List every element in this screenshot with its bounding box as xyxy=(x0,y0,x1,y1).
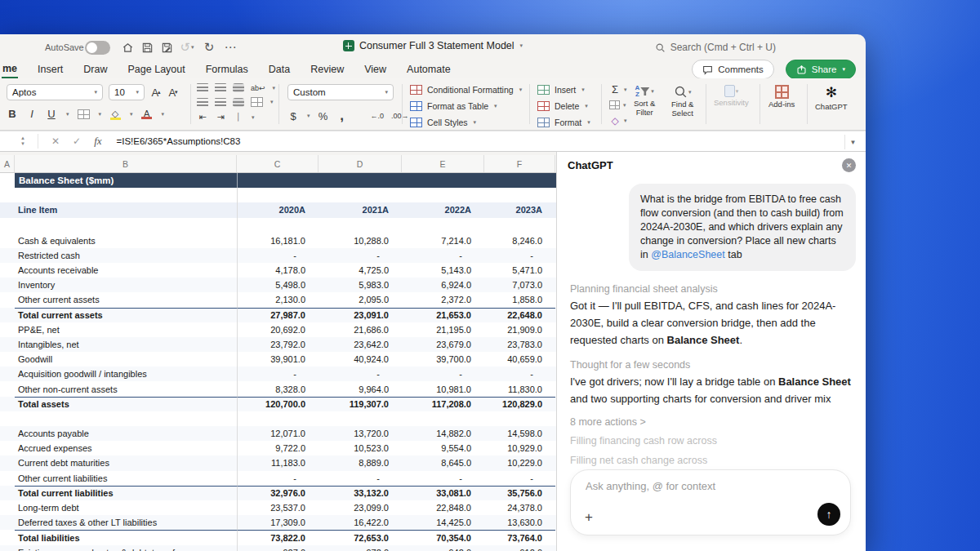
percent-button[interactable]: % xyxy=(318,110,329,122)
cell-a[interactable] xyxy=(0,308,15,322)
table-row[interactable]: Total assets120,700.0119,307.0117,208.01… xyxy=(0,397,556,411)
spreadsheet-cell[interactable]: 23,091.0 xyxy=(318,308,402,322)
spreadsheet-cell[interactable]: 2,372.0 xyxy=(402,292,484,307)
year-header-2022A[interactable]: 2022A xyxy=(402,202,484,217)
spreadsheet-cell[interactable]: 39,700.0 xyxy=(402,352,484,367)
more-actions-link[interactable]: 8 more actions > xyxy=(570,416,853,428)
spreadsheet-cell[interactable]: - xyxy=(484,248,555,263)
column-header-E[interactable]: E xyxy=(402,155,484,172)
autosum-button[interactable]: Σ xyxy=(609,83,621,96)
spreadsheet-cell[interactable]: 117,208.0 xyxy=(402,397,484,411)
column-header-B[interactable]: B xyxy=(15,155,237,172)
tab-page-layout[interactable]: Page Layout xyxy=(127,62,186,78)
spreadsheet-cell[interactable]: 20,692.0 xyxy=(237,322,318,337)
spreadsheet-cell[interactable]: 11,183.0 xyxy=(237,455,318,470)
send-button[interactable]: ↑ xyxy=(817,503,840,526)
line-item-label[interactable]: Deferred taxes & other LT liabilities xyxy=(15,515,237,530)
decrease-decimal-button[interactable]: .00→ xyxy=(391,112,409,120)
spreadsheet-cell[interactable]: 10,523.0 xyxy=(318,441,402,455)
cell-a[interactable] xyxy=(0,352,15,367)
sheet-banner[interactable]: Balance Sheet ($mm) xyxy=(15,173,556,188)
line-item-label[interactable]: Inventory xyxy=(15,278,237,292)
table-row[interactable]: Acquisition goodwill / intangibles---- xyxy=(0,367,556,381)
tab-automate[interactable]: Automate xyxy=(406,62,452,78)
spreadsheet-cell[interactable]: 119,307.0 xyxy=(318,397,402,411)
cell-a[interactable] xyxy=(0,233,15,248)
formula-bar-expand-icon[interactable]: ▼ xyxy=(844,135,861,149)
line-item-label[interactable]: Restricted cash xyxy=(15,248,237,263)
search-box[interactable]: Search (Cmd + Ctrl + U) xyxy=(655,42,776,53)
spreadsheet-cell[interactable]: 32,976.0 xyxy=(237,486,318,500)
cell-a[interactable] xyxy=(0,337,15,352)
spreadsheet-cell[interactable]: 35,756.0 xyxy=(484,486,555,500)
spreadsheet-cell[interactable]: - xyxy=(237,471,318,486)
line-item-label[interactable]: Acquisition goodwill / intangibles xyxy=(15,367,237,381)
chat-input[interactable] xyxy=(584,478,837,503)
table-row[interactable]: Other current liabilities---- xyxy=(0,471,556,486)
line-item-label[interactable]: Accrued expenses xyxy=(15,441,237,455)
spreadsheet-cell[interactable]: 10,981.0 xyxy=(402,381,484,396)
sheet-banner-row[interactable]: Balance Sheet ($mm) xyxy=(0,173,556,188)
tab-review[interactable]: Review xyxy=(310,62,345,78)
cell-a[interactable] xyxy=(0,441,15,455)
table-row[interactable]: Current debt maturities11,183.08,889.08,… xyxy=(0,455,556,470)
spreadsheet-cell[interactable]: 9,964.0 xyxy=(318,381,402,396)
spreadsheet-cell[interactable]: 33,081.0 xyxy=(402,486,484,500)
attach-plus-icon[interactable]: + xyxy=(585,509,593,526)
orientation-icon[interactable]: ⟋ xyxy=(230,109,246,125)
spreadsheet-cell[interactable]: 13,630.0 xyxy=(484,515,555,530)
spreadsheet-cell[interactable]: 7,214.0 xyxy=(402,233,484,248)
currency-button[interactable]: $ xyxy=(287,110,299,122)
cancel-entry-icon[interactable]: ✕ xyxy=(51,136,60,147)
spreadsheet-cell[interactable]: 21,909.0 xyxy=(484,322,555,337)
align-center-icon[interactable] xyxy=(215,98,226,107)
line-item-label[interactable]: Total liabilities xyxy=(15,530,237,544)
spreadsheet-cell[interactable]: 14,882.0 xyxy=(402,426,484,441)
cell-a[interactable] xyxy=(0,515,15,530)
sort-filter-button[interactable]: AZ ▾ Sort &Filter xyxy=(634,85,655,118)
spreadsheet-cell[interactable]: 23,537.0 xyxy=(237,500,318,515)
table-row[interactable] xyxy=(0,411,556,426)
spreadsheet-cell[interactable]: 73,822.0 xyxy=(237,530,318,544)
panel-close-icon[interactable]: ✕ xyxy=(842,158,856,172)
line-item-label[interactable]: Goodwill xyxy=(15,352,237,367)
orientation-chevron-icon[interactable]: ▾ xyxy=(252,114,255,121)
cell-a[interactable] xyxy=(0,530,15,544)
spreadsheet-cell[interactable]: 14,598.0 xyxy=(484,426,555,441)
cell-a[interactable] xyxy=(0,486,15,500)
tab-insert[interactable]: Insert xyxy=(37,62,64,78)
delete-cells-button[interactable]: Delete xyxy=(555,101,579,111)
spreadsheet-cell[interactable]: 23,679.0 xyxy=(402,337,484,352)
tab-view[interactable]: View xyxy=(363,62,387,78)
table-row[interactable]: Total current liabilities32,976.033,132.… xyxy=(0,486,556,500)
spreadsheet-cell[interactable]: 4,178.0 xyxy=(237,263,318,278)
name-box-stepper[interactable]: ▲▼ xyxy=(23,134,38,149)
wrap-chevron-icon[interactable]: ▾ xyxy=(273,85,276,91)
spreadsheet-cell[interactable]: 22,648.0 xyxy=(484,308,555,322)
bold-button[interactable]: B xyxy=(7,108,18,120)
sheet-grid[interactable]: Balance Sheet ($mm) Line Item 2020A2021A… xyxy=(0,173,556,551)
cell-a[interactable] xyxy=(0,263,15,278)
line-item-label[interactable] xyxy=(15,411,237,426)
underline-button[interactable]: U xyxy=(46,108,57,120)
spreadsheet-cell[interactable]: 22,848.0 xyxy=(402,500,484,515)
cell-a[interactable] xyxy=(0,248,15,263)
spreadsheet-cell[interactable]: 21,686.0 xyxy=(318,322,402,337)
number-format-select[interactable]: Custom▾ xyxy=(287,84,394,100)
spreadsheet-cell[interactable]: 9,722.0 xyxy=(237,441,318,455)
chatgpt-ribbon-button[interactable]: ✻ ChatGPT xyxy=(815,84,848,112)
blank-row[interactable] xyxy=(0,188,556,202)
underline-chevron-icon[interactable]: ▾ xyxy=(66,111,69,118)
spreadsheet-cell[interactable]: 2,095.0 xyxy=(318,292,402,307)
sensitivity-button[interactable]: ▾ Sensitivity xyxy=(714,85,749,108)
table-row[interactable]: Other non-current assets8,328.09,964.010… xyxy=(0,381,556,396)
line-item-label[interactable]: Total current assets xyxy=(15,308,237,322)
spreadsheet-cell[interactable]: 16,422.0 xyxy=(318,515,402,530)
table-row[interactable]: Goodwill39,901.040,924.039,700.040,659.0 xyxy=(0,352,556,367)
spreadsheet-cell[interactable]: 4,725.0 xyxy=(318,263,402,278)
addins-button[interactable]: Add-ins xyxy=(768,85,795,109)
merge-center-icon[interactable] xyxy=(251,97,263,107)
line-item-label[interactable]: Cash & equivalents xyxy=(15,233,237,248)
spreadsheet-cell[interactable]: 40,659.0 xyxy=(484,352,555,367)
cell-a[interactable] xyxy=(0,322,15,337)
